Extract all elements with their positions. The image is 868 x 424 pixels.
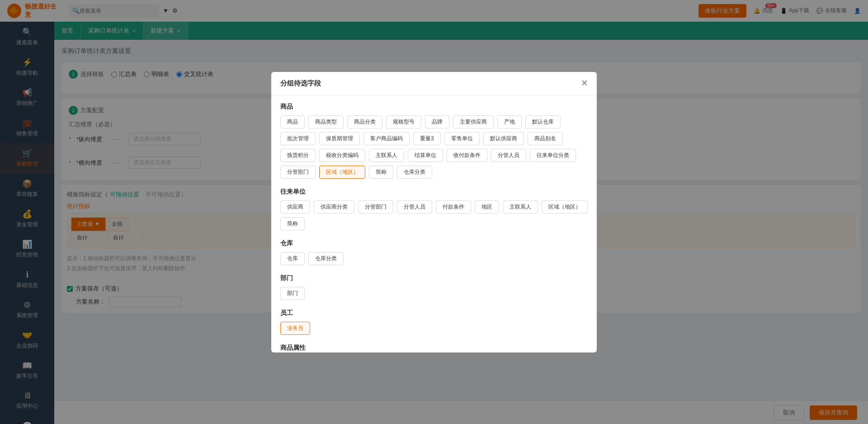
goods-tags: 商品 商品类型 商品分类 规格型号 品牌 主要供应商 产地 默认仓库 批次管理 … [280,115,588,179]
tag-payment-cond[interactable]: 付款条件 [436,200,471,214]
tag-goods[interactable]: 商品 [280,115,305,129]
tag-spec[interactable]: 规格型号 [386,115,421,129]
tag-main-supplier[interactable]: 主要供应商 [453,115,494,129]
field-group-goods-title: 商品 [280,103,588,111]
field-group-dept-title: 部门 [280,274,588,282]
tag-short-name2[interactable]: 简称 [280,217,305,230]
tag-goods-type[interactable]: 商品类型 [308,115,344,129]
tag-goods-cat[interactable]: 商品分类 [347,115,382,129]
tag-partner-manager[interactable]: 分管人员 [397,200,432,214]
field-group-employee: 员工 业务员 [280,309,588,335]
tag-batch[interactable]: 批次管理 [280,132,316,145]
modal-title: 分组待选字段 [280,79,321,88]
tag-shelf-life[interactable]: 保质期管理 [319,132,360,145]
tag-region[interactable]: 区域（地区） [319,166,365,179]
field-group-warehouse-title: 仓库 [280,239,588,248]
tag-dept[interactable]: 分管部门 [280,166,316,179]
tag-warehouse-cat[interactable]: 仓库分类 [397,166,432,179]
tag-supplier-cat[interactable]: 供应商分类 [314,200,354,214]
dept-tags: 部门 [280,287,588,300]
tag-warehouse[interactable]: 仓库 [280,252,305,265]
tag-retail-unit[interactable]: 零售单位 [444,132,480,145]
field-group-dept: 部门 部门 [280,274,588,300]
tag-short-name[interactable]: 简称 [369,166,393,179]
warehouse-tags: 仓库 仓库分类 [280,252,588,265]
tag-main-contact2[interactable]: 主联系人 [503,200,538,214]
tag-default-warehouse[interactable]: 默认仓库 [525,115,561,129]
modal-header: 分组待选字段 ✕ [271,72,597,95]
modal-overlay: 分组待选字段 ✕ 商品 商品 商品类型 商品分类 规格型号 品牌 主要供应商 产… [0,0,868,424]
tag-alias[interactable]: 商品别名 [528,132,563,145]
tag-payment-terms[interactable]: 收付款条件 [447,149,487,162]
tag-main-contact[interactable]: 主联系人 [369,149,404,162]
field-group-partner-title: 往来单位 [280,188,588,196]
tag-tax-code[interactable]: 税收分类编码 [319,149,365,162]
field-group-goods: 商品 商品 商品类型 商品分类 规格型号 品牌 主要供应商 产地 默认仓库 批次… [280,103,588,179]
tag-partner-cat[interactable]: 往来单位分类 [530,149,576,162]
tag-weight[interactable]: 重量3 [413,132,441,145]
partner-tags: 供应商 供应商分类 分管部门 分管人员 付款条件 地区 主联系人 区域（地区） … [280,200,588,230]
modal-close-button[interactable]: ✕ [581,79,588,87]
modal-body[interactable]: 商品 商品 商品类型 商品分类 规格型号 品牌 主要供应商 产地 默认仓库 批次… [271,95,597,353]
tag-partner-dept[interactable]: 分管部门 [358,200,393,214]
tag-pick-points[interactable]: 拣货积分 [280,149,316,162]
tag-origin[interactable]: 产地 [497,115,522,129]
tag-brand[interactable]: 品牌 [425,115,449,129]
field-group-attrs: 商品属性 属性 颜色 多规格 尺码 鞋码 1 [280,344,588,353]
tag-dept2[interactable]: 部门 [280,287,305,300]
tag-customer-code[interactable]: 客户商品编码 [363,132,410,145]
field-group-warehouse: 仓库 仓库 仓库分类 [280,239,588,265]
tag-area[interactable]: 地区 [475,200,499,214]
tag-supplier[interactable]: 供应商 [280,200,310,214]
field-group-employee-title: 员工 [280,309,588,317]
field-group-partner: 往来单位 供应商 供应商分类 分管部门 分管人员 付款条件 地区 主联系人 区域… [280,188,588,230]
modal: 分组待选字段 ✕ 商品 商品 商品类型 商品分类 规格型号 品牌 主要供应商 产… [271,72,597,353]
employee-tags: 业务员 [280,322,588,335]
field-group-attrs-title: 商品属性 [280,344,588,352]
tag-salesperson[interactable]: 业务员 [280,322,310,335]
tag-region2[interactable]: 区域（地区） [542,200,588,214]
tag-settle-unit[interactable]: 结算单位 [408,149,443,162]
tag-default-supplier[interactable]: 默认供应商 [483,132,524,145]
tag-manager[interactable]: 分管人员 [491,149,526,162]
tag-warehouse-cat2[interactable]: 仓库分类 [308,252,344,265]
